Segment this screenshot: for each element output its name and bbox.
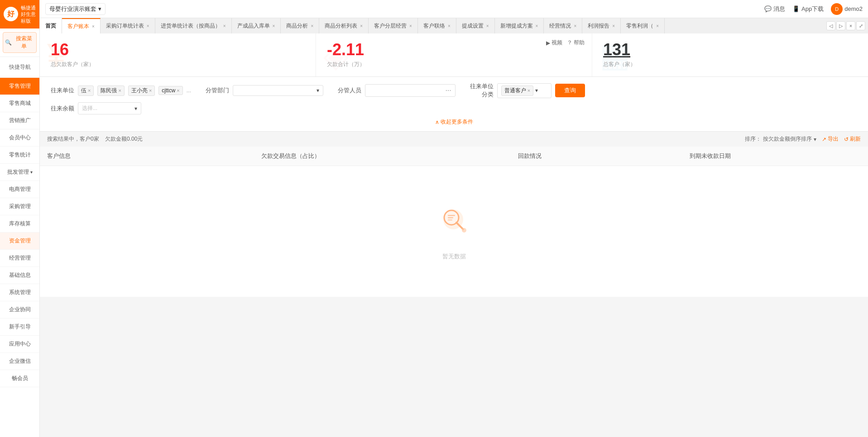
tab-close-purchase-order[interactable]: ×	[147, 24, 149, 28]
sidebar-item-purchase[interactable]: 采购管理	[0, 198, 39, 215]
tab-close-all[interactable]: ×	[846, 21, 855, 30]
tab-operations[interactable]: 经营情况 ×	[544, 18, 582, 33]
tab-close-customer-account[interactable]: ×	[92, 24, 95, 29]
svg-point-6	[462, 228, 466, 233]
empty-icon	[436, 202, 472, 247]
balance-placeholder: 选择...	[82, 104, 134, 112]
logo-text: 畅捷通好生意 标版	[21, 5, 36, 24]
tab-customer-account[interactable]: 客户账本 ×	[62, 18, 101, 33]
person-filter-more[interactable]: ···	[445, 86, 451, 95]
sidebar-item-retail-mall[interactable]: 零售商城	[0, 95, 39, 112]
tab-close-promotion-settings[interactable]: ×	[486, 24, 489, 28]
dept-filter-select[interactable]: ▾	[233, 85, 323, 96]
person-filter-select[interactable]: ···	[365, 84, 456, 97]
search-menu-section: 🔍 搜索菜单	[0, 28, 39, 57]
tabbar-arrows: ◁ ▷ × ⤢	[824, 21, 868, 30]
account-selector[interactable]: 母婴行业演示账套 ▾	[45, 3, 106, 15]
sidebar-item-marketing[interactable]: 营销推广	[0, 112, 39, 129]
tab-close-product-analysis[interactable]: ×	[311, 24, 313, 28]
tabbar: 首页 客户账本 × 采购订单统计表 × 进货单统计表（按商品） × 产成品入库单…	[40, 18, 868, 33]
sidebar-item-operations[interactable]: 经营管理	[0, 250, 39, 267]
sidebar-item-ecommerce[interactable]: 电商管理	[0, 181, 39, 198]
sidebar-item-retail-stats[interactable]: 零售统计	[0, 147, 39, 164]
collapse-section: ∧ 收起更多条件	[47, 118, 861, 126]
app-download-button[interactable]: 📱 App下载	[792, 5, 824, 13]
sidebar-item-new-guide[interactable]: 新手引导	[0, 318, 39, 336]
tab-close-product-analysis-list[interactable]: ×	[360, 24, 363, 28]
sidebar-item-collab[interactable]: 企业协同	[0, 301, 39, 318]
sidebar-item-retail-mgmt[interactable]: 零售管理	[0, 78, 39, 95]
tab-customer-contact[interactable]: 客户联络 ×	[418, 18, 456, 33]
filter-tag-unit-3-close[interactable]: ×	[149, 88, 152, 93]
balance-filter-label: 往来余额	[47, 104, 74, 113]
filter-unit-more[interactable]: ...	[187, 87, 191, 94]
tab-product-inbound[interactable]: 产成品入库单 ×	[232, 18, 281, 33]
user-avatar[interactable]: D demo2	[831, 3, 863, 15]
sidebar-item-app-center[interactable]: 应用中心	[0, 336, 39, 353]
table-col-due-date: 到期未收款日期	[690, 152, 861, 160]
sidebar-item-finance[interactable]: 资金管理	[0, 233, 39, 250]
query-button[interactable]: 查询	[555, 84, 585, 97]
tab-scroll-left[interactable]: ◁	[826, 21, 835, 30]
sidebar-item-inventory[interactable]: 库存核算	[0, 215, 39, 233]
help-icon: ？	[567, 39, 572, 47]
table-header: 客户信息 欠款交易信息（占比） 回款情况 到期未收款日期	[40, 147, 868, 166]
tab-close-inbound-stat[interactable]: ×	[223, 24, 226, 28]
app-icon: 📱	[792, 5, 800, 12]
tab-purchase-order[interactable]: 采购订单统计表 ×	[101, 18, 155, 33]
tab-close-customer-segment[interactable]: ×	[409, 24, 412, 28]
filter-tag-unit-1-close[interactable]: ×	[88, 88, 91, 93]
chevron-down-icon: ▾	[30, 170, 33, 175]
tab-close-operations[interactable]: ×	[574, 24, 576, 28]
sidebar-item-vip[interactable]: 畅会员	[0, 370, 39, 387]
tab-scroll-right[interactable]: ▷	[836, 21, 845, 30]
collapse-button[interactable]: ∧ 收起更多条件	[435, 118, 473, 126]
stat-overdue-amount: ◈ -2.11 欠款合计（万） ▶ 视频 ？ 帮助	[316, 33, 592, 76]
filter-tag-unit-4-close[interactable]: ×	[177, 88, 179, 93]
tab-close-profit-report[interactable]: ×	[612, 24, 615, 28]
refresh-button[interactable]: ↺ 刷新	[844, 135, 861, 143]
tab-inbound-stat[interactable]: 进货单统计表（按商品） ×	[155, 18, 232, 33]
sort-selector[interactable]: 排序： 按欠款金额倒序排序 ▾	[745, 135, 816, 143]
export-button[interactable]: ↗ 导出	[822, 135, 839, 143]
sidebar-item-wholesale-mgmt[interactable]: 批发管理 ▾	[0, 164, 39, 181]
quick-nav-section: 快捷导航	[0, 57, 39, 78]
filter-row-2: 往来余额 选择... ▾	[47, 102, 861, 114]
sidebar-item-system[interactable]: 系统管理	[0, 284, 39, 301]
filter-tag-category-close[interactable]: ×	[528, 88, 530, 93]
tab-product-analysis-list[interactable]: 商品分析列表 ×	[319, 18, 369, 33]
balance-filter-select[interactable]: 选择... ▾	[78, 102, 141, 114]
filter-row-1: 往来单位 伍 × 陈民强 × 王小亮 × cjttcw × ...	[47, 82, 861, 99]
results-summary: 搜索结果中，客户0家 欠款金额0.00元	[47, 135, 143, 143]
table-container: 客户信息 欠款交易信息（占比） 回款情况 到期未收款日期	[40, 147, 868, 297]
tab-close-customer-contact[interactable]: ×	[448, 24, 451, 28]
svg-rect-5	[448, 219, 452, 221]
quick-nav-button[interactable]: 快捷导航	[3, 61, 37, 74]
tab-retail-profit[interactable]: 零售利润（ ×	[621, 18, 665, 33]
sidebar-item-basic-info[interactable]: 基础信息	[0, 267, 39, 284]
sidebar-item-member-center[interactable]: 会员中心	[0, 129, 39, 147]
tab-new-promotion[interactable]: 新增提成方案 ×	[495, 18, 544, 33]
tab-customer-segment[interactable]: 客户分层经营 ×	[369, 18, 418, 33]
category-filter-select[interactable]: 普通客户 × ▾	[497, 83, 551, 98]
tab-close-new-promotion[interactable]: ×	[536, 24, 538, 28]
tab-close-retail-profit[interactable]: ×	[656, 24, 659, 28]
tab-product-analysis[interactable]: 商品分析 ×	[281, 18, 319, 33]
topbar: 母婴行业演示账套 ▾ 💬 消息 📱 App下载 D demo2	[40, 0, 868, 18]
help-link[interactable]: ？ 帮助	[567, 39, 585, 47]
filter-tag-unit-2-close[interactable]: ×	[118, 88, 121, 93]
account-selector-label: 母婴行业演示账套	[49, 5, 96, 13]
tab-profit-report[interactable]: 利润报告 ×	[582, 18, 621, 33]
video-link[interactable]: ▶ 视频	[546, 39, 562, 47]
main-area: 母婴行业演示账套 ▾ 💬 消息 📱 App下载 D demo2 首页 客户账本 …	[40, 0, 868, 437]
tab-maximize[interactable]: ⤢	[856, 21, 865, 30]
tab-home[interactable]: 首页	[40, 18, 62, 33]
search-menu-button[interactable]: 🔍 搜索菜单	[3, 32, 37, 53]
tab-close-product-inbound[interactable]: ×	[273, 24, 275, 28]
messages-button[interactable]: 💬 消息	[764, 5, 785, 13]
tab-promotion-settings[interactable]: 提成设置 ×	[456, 18, 495, 33]
sidebar-item-enterprise-wechat[interactable]: 企业微信	[0, 353, 39, 370]
category-filter-label: 往来单位分类	[466, 82, 494, 99]
empty-text: 暂无数据	[442, 252, 466, 261]
filter-bar: 往来单位 伍 × 陈民强 × 王小亮 × cjttcw × ...	[40, 77, 868, 132]
